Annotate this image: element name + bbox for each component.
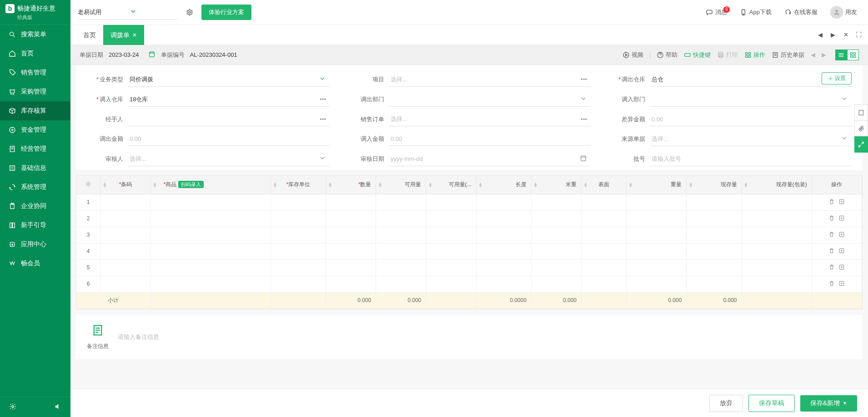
next-bill-icon[interactable]: ▶ — [822, 51, 826, 58]
history-label: 历史单据 — [781, 51, 804, 59]
nav-apps[interactable]: 应用中心 — [0, 235, 70, 254]
print-button[interactable]: 打印 — [717, 51, 738, 59]
sale-order-select[interactable]: 选择...••• — [389, 112, 591, 126]
scan-button[interactable]: 扫码录入 — [178, 181, 204, 188]
video-button[interactable]: 视频 — [622, 51, 643, 59]
view-list-icon[interactable] — [835, 50, 847, 60]
nav-basic[interactable]: 基础信息 — [0, 159, 70, 178]
experience-button[interactable]: 体验行业方案 — [201, 5, 251, 20]
delete-row-icon[interactable] — [828, 215, 835, 223]
online-service-button[interactable]: 在线客服 — [781, 8, 821, 16]
delete-row-icon[interactable] — [828, 248, 835, 255]
in-amt-label: 调入金额 — [348, 135, 389, 143]
in-wh-select[interactable]: 18仓库••• — [128, 93, 330, 107]
gear-icon[interactable] — [9, 403, 16, 412]
tab-transfer-bill[interactable]: 调拨单 ✕ — [103, 25, 144, 45]
save-draft-button[interactable]: 保存草稿 — [748, 395, 795, 412]
add-row-icon[interactable] — [838, 215, 845, 223]
sale-order-label: 销售订单 — [348, 115, 389, 124]
col-surface[interactable]: ▲▼表面 — [582, 176, 627, 194]
col-unit[interactable]: ▲▼*库存单位 — [271, 176, 326, 194]
col-avail-pkg[interactable]: ▲▼可用量(... — [426, 176, 476, 194]
hotkey-button[interactable]: 快捷键 — [684, 51, 711, 59]
nav-guide[interactable]: 新手引导 — [0, 216, 70, 235]
discard-button[interactable]: 放弃 — [709, 395, 743, 412]
col-product[interactable]: ▲▼*商品扫码录入 — [151, 176, 271, 194]
nav-collab[interactable]: 企业协同 — [0, 197, 70, 216]
col-barcode[interactable]: ▲▼*条码 — [100, 176, 151, 194]
project-label: 项目 — [348, 75, 389, 84]
nav-biz[interactable]: 经营管理 — [0, 139, 70, 159]
table-row[interactable]: 3 — [76, 227, 862, 243]
out-dept-select[interactable] — [389, 92, 591, 107]
auditor-select[interactable]: 选择... — [128, 152, 330, 166]
messages-button[interactable]: 消息 6 — [702, 8, 731, 16]
app-download-button[interactable]: App下载 — [736, 8, 775, 16]
table-row[interactable]: 5 — [76, 259, 862, 276]
remarks-input[interactable] — [118, 330, 852, 344]
view-grid-icon[interactable] — [847, 50, 859, 60]
side-tab-expand-icon[interactable] — [854, 136, 868, 153]
biz-type-select[interactable]: 同价调拨 — [128, 72, 330, 87]
col-avail[interactable]: ▲▼可用量 — [376, 176, 426, 194]
side-tab-attach-icon[interactable] — [854, 120, 868, 137]
tab-prev-icon[interactable]: ◀ — [814, 29, 826, 41]
side-tab-form-icon[interactable] — [854, 104, 868, 121]
add-row-icon[interactable] — [838, 231, 845, 239]
table-row[interactable]: 6 — [76, 276, 862, 292]
handler-select[interactable]: ••• — [128, 113, 330, 126]
batch-input[interactable]: 请输入批号 — [650, 152, 852, 166]
calendar-icon[interactable] — [148, 50, 156, 59]
nav-inventory[interactable]: 库存核算 — [0, 101, 70, 120]
add-row-icon[interactable] — [838, 280, 845, 288]
nav-member[interactable]: 畅会员 — [0, 254, 70, 273]
add-row-icon[interactable] — [838, 264, 845, 272]
prev-bill-icon[interactable]: ◀ — [811, 51, 815, 58]
src-bill-select[interactable]: 选择... — [650, 132, 852, 146]
user-menu[interactable]: 用友 — [827, 6, 861, 19]
svg-rect-34 — [748, 52, 750, 54]
table-row[interactable]: 2 — [76, 210, 862, 227]
save-new-button[interactable]: 保存&新增▼ — [800, 395, 857, 412]
fullscreen-icon[interactable]: ⛶ — [853, 29, 864, 41]
col-weight[interactable]: ▲▼重量 — [627, 176, 687, 194]
nav-purchase[interactable]: 采购管理 — [0, 82, 70, 101]
nav-fund[interactable]: 资金管理 — [0, 120, 70, 139]
help-label: 帮助 — [666, 51, 677, 59]
delete-row-icon[interactable] — [828, 231, 835, 239]
tab-close-all-icon[interactable]: ✕ — [840, 29, 852, 41]
operate-button[interactable]: 操作 — [744, 51, 765, 59]
tenant-selector[interactable]: 老易试用 — [78, 5, 178, 20]
col-stock[interactable]: ▲▼现存量 — [687, 176, 742, 194]
nav-sales[interactable]: 销售管理 — [0, 63, 70, 82]
delete-row-icon[interactable] — [828, 264, 835, 272]
settings-gear-icon[interactable] — [183, 6, 196, 19]
history-button[interactable]: 历史单据 — [772, 51, 804, 59]
help-button[interactable]: 帮助 — [657, 51, 677, 59]
bill-date-value[interactable]: 2023-03-24 — [109, 51, 139, 58]
project-select[interactable]: 选择...••• — [389, 73, 591, 87]
table-row[interactable]: 4 — [76, 243, 862, 259]
nav-system[interactable]: 系统管理 — [0, 178, 70, 197]
col-stock-pkg[interactable]: ▲▼现存量(包装) — [742, 176, 812, 194]
audit-date-input[interactable]: yyyy-mm-dd — [389, 152, 591, 166]
sale-order-placeholder: 选择... — [391, 115, 579, 123]
nav-home[interactable]: 首页 — [0, 44, 70, 63]
col-mweight[interactable]: ▲▼米重 — [531, 176, 581, 194]
chevron-down-icon — [317, 154, 328, 163]
col-length[interactable]: ▲▼长度 — [476, 176, 531, 194]
close-icon[interactable]: ✕ — [132, 25, 137, 45]
nav-search[interactable]: 搜索菜单 — [0, 25, 70, 44]
add-row-icon[interactable] — [838, 248, 845, 255]
delete-row-icon[interactable] — [828, 199, 835, 206]
form-settings-button[interactable]: 设置 — [822, 72, 852, 84]
col-settings-icon[interactable] — [76, 176, 100, 194]
tab-next-icon[interactable]: ▶ — [827, 29, 839, 41]
delete-row-icon[interactable] — [828, 280, 835, 288]
tab-home[interactable]: 首页 — [76, 25, 103, 45]
volume-icon[interactable] — [54, 403, 61, 412]
table-row[interactable]: 1 — [76, 194, 862, 210]
in-dept-select[interactable] — [650, 92, 852, 107]
add-row-icon[interactable] — [838, 199, 845, 206]
col-qty[interactable]: ▲▼*数量 — [326, 176, 376, 194]
